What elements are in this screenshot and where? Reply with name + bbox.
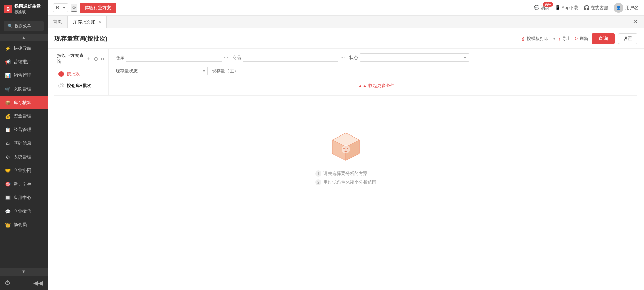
tab-close-area: ✕ [629,17,644,27]
sidebar-item-label: 库存核算 [14,99,31,106]
sidebar-item-label: 销售管理 [14,72,31,78]
refresh-button[interactable]: ↻ 刷新 [574,36,588,42]
quantity-dash: — [283,68,288,73]
topbar-settings-button[interactable]: ⚙ [71,4,77,12]
avatar-placeholder: 👤 [616,6,621,10]
sidebar-item-apps[interactable]: 🔲 应用中心 [0,191,48,204]
sidebar-item-wechat[interactable]: 💬 企业微信 [0,204,48,218]
sidebar-item-inventory[interactable]: 📦 库存核算 [0,96,48,109]
tab-inventory-batch[interactable]: 库存批次账 × [68,16,107,28]
inventory-icon: 📦 [5,99,11,106]
base-icon: 🗂 [5,140,11,146]
scheme-collapse-button[interactable]: ≪ [100,55,106,62]
sidebar-item-marketing[interactable]: 📢 营销推广 [0,55,48,69]
marketing-icon: 📢 [5,59,11,65]
quantity-max-input[interactable] [290,67,331,75]
headset-icon: 🎧 [584,5,589,10]
collapse-sidebar-button[interactable]: ◀◀ [33,279,43,287]
app-download-button[interactable]: 📱 App下载 [555,5,578,11]
export-button[interactable]: ↑ 导出 [559,36,571,42]
main-close-button[interactable]: ✕ [629,17,641,27]
print-dropdown-arrow[interactable]: ▾ [551,37,555,41]
settings-footer-button[interactable]: ⚙ [5,279,10,287]
brand-name: 畅康通好生意 [14,3,41,10]
sidebar-item-member[interactable]: 👑 畅会员 [0,218,48,232]
product-more-button[interactable]: ··· [340,55,345,61]
brand-version: 标准版 [14,10,41,15]
query-button[interactable]: 查询 [592,33,615,44]
sidebar-item-system[interactable]: ⚙ 系统管理 [0,150,48,164]
sidebar-item-label: 系统管理 [14,154,31,160]
product-label: 商品 [232,55,241,61]
sidebar-item-finance[interactable]: 💰 资金管理 [0,109,48,123]
topbar-dropdown-label: Rit [56,5,62,10]
user-name: 用户名 [625,5,639,11]
sidebar-item-sales[interactable]: 📊 销售管理 [0,69,48,82]
online-service-button[interactable]: 🎧 在线客服 [584,5,608,11]
svg-point-7 [343,148,345,149]
sidebar-item-purchase[interactable]: 🛒 采购管理 [0,82,48,96]
print-button[interactable]: 🖨 按模板打印 ▾ [521,36,555,42]
scheme-settings-button[interactable]: ⊙ [94,55,98,62]
filter-row-2: 现存量状态 ▾ 现存量（主） — [116,67,637,75]
sidebar-item-corp[interactable]: 🤝 企业协同 [0,164,48,177]
sidebar-item-label: 企业微信 [14,208,31,214]
filter-panel: 按以下方案查询 ＋ ⊙ ≪ 按批次 [48,49,644,95]
sidebar-header: B 畅康通好生意 标准版 [0,0,48,18]
sidebar-scroll-up[interactable]: ▲ [0,34,48,41]
message-badge: 99+ [543,2,553,7]
sidebar-footer: ⚙ ◀◀ [0,275,48,290]
warehouse-more-button[interactable]: ··· [224,55,228,61]
product-input[interactable] [243,54,338,62]
warehouse-input[interactable] [126,54,222,62]
collapse-label: 收起更多条件 [368,83,395,89]
scheme-panel-title: 按以下方案查询 [57,53,86,65]
empty-tip-1: 1 请先选择要分析的方案 [315,170,376,177]
brand: B 畅康通好生意 标准版 [4,3,44,15]
tip-num-1: 1 [315,170,321,177]
scheme-item-by-warehouse-batch[interactable]: 按仓库+批次 [54,80,108,91]
page-actions: 🖨 按模板打印 ▾ ↑ 导出 ↻ 刷新 查询 设置 [521,33,638,44]
tab-home[interactable]: 首页 [48,16,68,28]
empty-tip-1-text: 请先选择要分析的方案 [323,170,368,177]
tab-inventory-batch-label: 库存批次账 [73,19,95,25]
tab-home-label: 首页 [53,19,62,25]
quick-nav-icon: ⚡ [5,45,11,51]
apps-icon: 🔲 [5,195,11,201]
sidebar-item-guide[interactable]: 🎯 新手引导 [0,177,48,191]
stock-status-select[interactable] [140,67,208,75]
sidebar-item-base[interactable]: 🗂 基础信息 [0,137,48,150]
message-button[interactable]: 💬 消息 99+ [534,5,549,11]
tab-bar: 首页 库存批次账 × ✕ [48,16,644,28]
sales-icon: 📊 [5,72,11,78]
chevron-up-icon: ▲▲ [358,83,367,88]
sidebar-item-label: 资金管理 [14,113,31,119]
online-label: 在线客服 [591,5,608,11]
quantity-min-input[interactable] [240,67,281,75]
search-menu-button[interactable]: 🔍 搜索菜单 [4,21,44,31]
user-info-area[interactable]: 👤 用户名 [614,3,639,13]
scheme-add-button[interactable]: ＋ [86,55,91,62]
experience-button[interactable]: 体验行业方案 [80,3,116,13]
sidebar-item-label: 快捷导航 [14,45,31,51]
scheme-dot-inactive [58,83,64,88]
tab-close-button[interactable]: × [99,20,101,24]
sidebar-item-operation[interactable]: 📋 经营管理 [0,123,48,137]
scheme-item-by-batch[interactable]: 按批次 [54,68,108,80]
quantity-label: 现存量（主） [212,68,238,74]
topbar-dropdown[interactable]: Rit ▾ [53,3,68,12]
stock-status-label: 现存量状态 [116,68,138,74]
sidebar-search-area: 🔍 搜索菜单 [0,18,48,34]
chevron-down-icon: ▾ [63,5,65,10]
app-label: App下载 [562,5,578,11]
sidebar-nav: ⚡ 快捷导航 📢 营销推广 📊 销售管理 🛒 采购管理 📦 库存核算 💰 [0,41,48,268]
status-select[interactable] [360,53,469,62]
sidebar-item-label: 采购管理 [14,86,31,92]
page-header: 现存量查询(按批次) 🖨 按模板打印 ▾ ↑ 导出 ↻ 刷新 [48,28,644,49]
collapse-filter-button[interactable]: ▲▲ 收起更多条件 [116,80,637,91]
page-settings-button[interactable]: 设置 [618,33,637,44]
refresh-icon: ↻ [574,36,578,41]
sidebar-scroll-down[interactable]: ▼ [0,268,48,275]
sidebar-item-quick-nav[interactable]: ⚡ 快捷导航 [0,41,48,55]
empty-tips: 1 请先选择要分析的方案 2 用过滤条件来缩小分析范围 [315,170,376,188]
